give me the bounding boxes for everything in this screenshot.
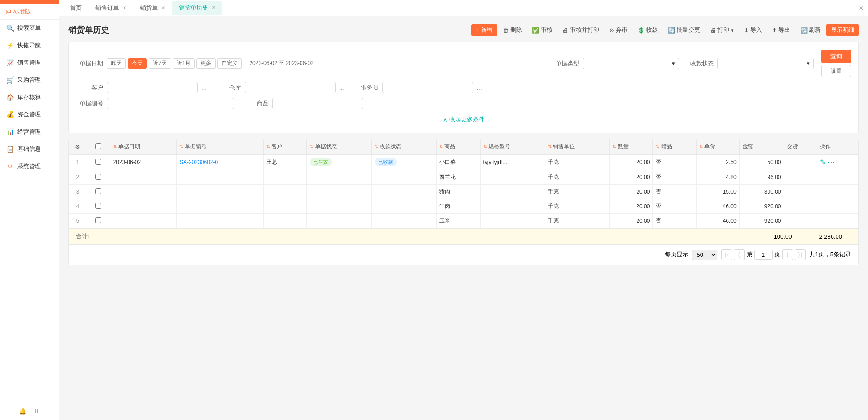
- sidebar-item-quick-nav[interactable]: ⚡ 快捷导航: [0, 37, 59, 54]
- print-button[interactable]: 🖨 打印 ▾: [706, 24, 738, 36]
- row-checkbox-3[interactable]: [87, 185, 110, 199]
- sidebar-item-operations[interactable]: 📊 经营管理: [0, 123, 59, 140]
- doc-date-col-header[interactable]: ⇅ 单据日期: [110, 139, 176, 155]
- sales-unit-col-header[interactable]: ⇅ 销售单位: [545, 139, 609, 155]
- customer-col-header[interactable]: ⇅ 客户: [264, 139, 307, 155]
- audit-button[interactable]: ✅ 审核: [527, 24, 557, 36]
- table-row: 1 2023-06-02 SA-20230602-0 王总 已生效 已收款 小白…: [69, 155, 858, 170]
- last-page-button[interactable]: ⟩⟩: [795, 249, 806, 260]
- tab-sales-goods-close[interactable]: ✕: [161, 5, 165, 10]
- gift-col-header[interactable]: ⇅ 赠品: [653, 139, 696, 155]
- tab-bar: 首页 销售订单 ✕ 销货单 ✕ 销货单历史 ✕ ✕: [59, 0, 868, 16]
- unit-price-col-header[interactable]: ⇅ 单价: [696, 139, 739, 155]
- doc-num-input[interactable]: [107, 98, 234, 109]
- tab-sales-order-close[interactable]: ✕: [123, 5, 126, 10]
- warehouse-dots[interactable]: ...: [339, 84, 344, 91]
- settings-button[interactable]: 设置: [821, 65, 851, 77]
- sidebar-item-basic-info[interactable]: 📋 基础信息: [0, 140, 59, 158]
- select-all-checkbox[interactable]: [95, 143, 101, 149]
- qty-col-header[interactable]: ⇅ 数量: [610, 139, 653, 155]
- edit-icon[interactable]: ✎: [820, 158, 826, 166]
- print-dropdown-icon: ▾: [731, 27, 734, 34]
- sort-icon6: ⇅: [439, 144, 443, 149]
- row-3-amount: 300.00: [739, 185, 784, 199]
- row-4-checkbox[interactable]: [95, 203, 101, 209]
- refresh-button[interactable]: 🔃 刷新: [796, 24, 825, 36]
- query-button[interactable]: 查询: [821, 50, 851, 63]
- tab-sales-goods[interactable]: 销货单 ✕: [134, 1, 171, 15]
- tab-home[interactable]: 首页: [64, 1, 88, 15]
- sidebar-item-sys-mgmt[interactable]: ⚙ 系统管理: [0, 158, 59, 175]
- notification-icon[interactable]: 🔔: [19, 408, 26, 415]
- close-all-tabs[interactable]: ✕: [859, 5, 863, 11]
- page-size-select[interactable]: 50 20 100: [692, 250, 717, 260]
- doc-type-select[interactable]: ▾: [583, 58, 679, 69]
- sidebar-item-sales-mgmt[interactable]: 📈 销售管理: [0, 54, 59, 71]
- warehouse-input[interactable]: [245, 82, 336, 93]
- date-btn-yesterday[interactable]: 昨天: [107, 58, 126, 69]
- spec-col-header[interactable]: ⇅ 规格型号: [480, 139, 545, 155]
- tab-sales-order[interactable]: 销售订单 ✕: [89, 1, 133, 15]
- doc-num-col-header[interactable]: ⇅ 单据编号: [177, 139, 264, 155]
- export-button[interactable]: ⬆ 导出: [768, 24, 795, 36]
- import-button[interactable]: ⬇ 导入: [739, 24, 767, 36]
- salesperson-dots[interactable]: ...: [477, 84, 482, 91]
- collect-button[interactable]: 💲 收款: [633, 24, 662, 36]
- sidebar-item-purchase-mgmt[interactable]: 🛒 采购管理: [0, 71, 59, 89]
- first-page-button[interactable]: ⟨⟨: [721, 249, 732, 260]
- data-table: ⚙ ⇅ 单据日期 ⇅ 单据编号 ⇅ 客户 ⇅ 单据状态 ⇅ 收款状态 ⇅ 商品 …: [69, 139, 858, 228]
- collect-status-select[interactable]: ▾: [717, 58, 814, 69]
- sidebar-item-capital[interactable]: 💰 资金管理: [0, 106, 59, 123]
- row-5-gift: 否: [653, 214, 696, 228]
- row-checkbox-5[interactable]: [87, 214, 110, 228]
- tab-sales-history-close[interactable]: ✕: [212, 5, 216, 10]
- row-checkbox-4[interactable]: [87, 199, 110, 214]
- sort-icon9: ⇅: [612, 144, 616, 149]
- row-5-customer: [264, 214, 307, 228]
- show-detail-button[interactable]: 显示明细: [826, 24, 859, 36]
- collapse-button[interactable]: ∧ 收起更多条件: [76, 114, 851, 125]
- sidebar-item-inventory[interactable]: 🏠 库存核算: [0, 89, 59, 106]
- table-body: 1 2023-06-02 SA-20230602-0 王总 已生效 已收款 小白…: [69, 155, 858, 228]
- date-btn-custom[interactable]: 自定义: [217, 58, 242, 69]
- prev-page-button[interactable]: ⟨: [734, 249, 745, 260]
- page-input[interactable]: [754, 250, 773, 260]
- row-1-checkbox[interactable]: [95, 159, 101, 165]
- row-1-doc-num[interactable]: SA-20230602-0: [177, 155, 264, 170]
- goods-dots[interactable]: ...: [367, 100, 372, 107]
- query-settings-group: 查询 设置: [821, 50, 851, 77]
- goods-col-header[interactable]: ⇅ 商品: [437, 139, 480, 155]
- date-btn-1month[interactable]: 近1月: [173, 58, 195, 69]
- audit-print-button[interactable]: 🖨 审核并打印: [558, 24, 604, 36]
- main-area: 首页 销售订单 ✕ 销货单 ✕ 销货单历史 ✕ ✕ 销货单历史 + 新增 🗑 删…: [59, 0, 868, 420]
- sidebar-item-search-menu[interactable]: 🔍 搜索菜单: [0, 20, 59, 37]
- customer-input[interactable]: [107, 82, 198, 93]
- row-checkbox-2[interactable]: [87, 170, 110, 185]
- gear-col-header[interactable]: ⚙: [69, 139, 87, 155]
- row-4-customer: [264, 199, 307, 214]
- tab-sales-history[interactable]: 销货单历史 ✕: [172, 1, 222, 15]
- date-btn-7days[interactable]: 近7天: [149, 58, 171, 69]
- doc-status-col-header[interactable]: ⇅ 单据状态: [307, 139, 371, 155]
- goods-input[interactable]: [272, 98, 363, 109]
- next-page-button[interactable]: ⟩: [782, 249, 793, 260]
- customer-dots[interactable]: ...: [201, 84, 206, 91]
- row-checkbox-1[interactable]: [87, 155, 110, 170]
- page-unit: 页: [774, 250, 780, 259]
- collect-status-col-header[interactable]: ⇅ 收款状态: [371, 139, 436, 155]
- row-5-checkbox[interactable]: [95, 217, 101, 223]
- batch-change-button[interactable]: 🔄 批量变更: [663, 24, 705, 36]
- abandon-button[interactable]: ⊘ 弃审: [605, 24, 632, 36]
- abandon-icon: ⊘: [609, 27, 614, 34]
- row-2-checkbox[interactable]: [95, 174, 101, 180]
- salesperson-input[interactable]: [382, 82, 473, 93]
- row-3-sales-unit: 千克: [545, 185, 609, 199]
- date-btn-more[interactable]: 更多: [196, 58, 216, 69]
- row-1-qty: 20.00: [610, 155, 653, 170]
- new-button[interactable]: + 新增: [471, 24, 497, 36]
- more-icon[interactable]: ⋯: [828, 158, 835, 166]
- date-btn-today[interactable]: 今天: [128, 58, 147, 69]
- row-3-checkbox[interactable]: [95, 188, 101, 194]
- pause-icon[interactable]: ⏸: [34, 408, 40, 415]
- delete-button[interactable]: 🗑 删除: [498, 24, 527, 36]
